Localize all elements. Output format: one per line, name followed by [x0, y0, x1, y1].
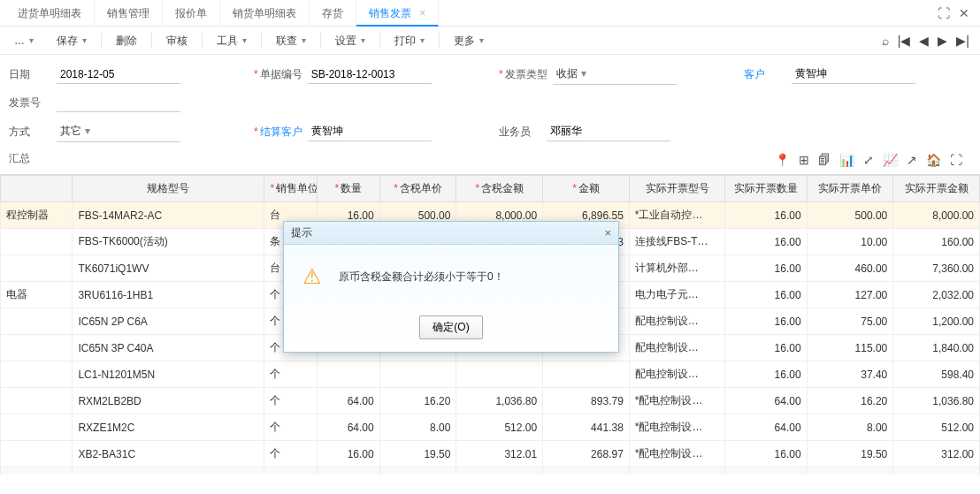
cell-aqty[interactable]: 16.00	[725, 282, 807, 308]
cell-spec[interactable]: IC65N 2P C6A	[73, 308, 264, 335]
invtype-select[interactable]: 收据	[553, 64, 677, 85]
cell-c0[interactable]: 电器	[1, 282, 73, 308]
ok-button[interactable]: 确定(O)	[419, 315, 482, 339]
cell-spec[interactable]: RXM2LB2BD	[73, 388, 264, 414]
col-spec[interactable]: 规格型号	[73, 176, 264, 202]
home-icon[interactable]: 🏠	[926, 153, 941, 167]
overflow-button[interactable]: …	[5, 27, 42, 55]
chart-icon[interactable]: 📈	[883, 153, 898, 167]
cell-model[interactable]: 配电控制设…	[629, 361, 725, 388]
cell-spec[interactable]: FBS-TK6000(活动)	[73, 229, 264, 255]
cell-model[interactable]: *配电控制设…	[629, 414, 725, 441]
nav-prev-icon[interactable]: ◀	[919, 34, 929, 48]
table-row[interactable]: RXM2LB2BD个64.0016.201,036.80893.79*配电控制设…	[1, 388, 980, 414]
cell-c0[interactable]	[1, 388, 73, 414]
col-first[interactable]	[1, 176, 73, 202]
cell-model[interactable]: 配电控制设…	[629, 335, 725, 361]
cell-model[interactable]: *工业自动控…	[629, 202, 725, 229]
table-row[interactable]: RXZE1M2C个64.008.00512.00441.38*配电控制设…64.…	[1, 414, 980, 441]
cell-c0[interactable]	[1, 255, 73, 282]
cell-unit[interactable]: 个	[264, 441, 318, 467]
cell-aamt[interactable]: 312.00	[893, 441, 980, 467]
cell-aqty[interactable]: 16.00	[725, 335, 807, 361]
col-unit[interactable]: 销售单位	[264, 176, 318, 202]
expand-icon[interactable]: ⤢	[863, 153, 874, 167]
tools-button[interactable]: 工具	[208, 27, 256, 55]
cell-spec[interactable]: XB2-BA31C	[73, 441, 264, 467]
cell-amount2[interactable]: 441.38	[543, 414, 630, 441]
cell-spec[interactable]: FBS-14MAR2-AC	[73, 202, 264, 229]
tab-purchase-detail[interactable]: 进货单明细表	[5, 0, 95, 27]
cell-aamt[interactable]: 160.00	[893, 229, 980, 255]
search-icon[interactable]: ⌕	[882, 34, 889, 48]
cell-qty[interactable]: 64.00	[318, 388, 380, 414]
cell-aqty[interactable]: 16.00	[725, 308, 807, 335]
cell-aqty[interactable]: 16.00	[725, 202, 807, 229]
table-row[interactable]: XB2-BA31C个16.0019.50312.01268.97*配电控制设…1…	[1, 441, 980, 467]
col-aqty[interactable]: 实际开票数量	[725, 176, 807, 202]
cell-spec[interactable]: 3RU6116-1HB1	[73, 282, 264, 308]
col-amount[interactable]: 含税金额	[456, 176, 543, 202]
more-button[interactable]: 更多	[445, 27, 493, 55]
cell-c0[interactable]	[1, 335, 73, 361]
cell-amount[interactable]: 312.01	[456, 441, 543, 467]
customer-input[interactable]	[792, 65, 915, 84]
nav-last-icon[interactable]: ▶|	[956, 34, 969, 48]
col-qty[interactable]: 数量	[318, 176, 380, 202]
cell-spec[interactable]: RXZE1M2C	[73, 414, 264, 441]
save-button[interactable]: 保存	[48, 27, 96, 55]
print-button[interactable]: 打印	[386, 27, 433, 55]
cell-c0[interactable]	[1, 441, 73, 467]
col-model[interactable]: 实际开票型号	[629, 176, 725, 202]
tab-sales-mgmt[interactable]: 销售管理	[95, 0, 163, 27]
close-icon[interactable]: ×	[419, 7, 425, 19]
tab-inventory[interactable]: 存货	[310, 0, 356, 27]
col-price[interactable]: 含税单价	[379, 176, 456, 202]
cell-spec[interactable]: LC1-N1201M5N	[73, 361, 264, 388]
cell-aprice[interactable]: 460.00	[807, 255, 893, 282]
cell-price[interactable]: 16.20	[379, 388, 456, 414]
stats-icon[interactable]: 📊	[839, 153, 854, 167]
restore-icon[interactable]: ⛶	[938, 6, 950, 20]
cell-model[interactable]: 电力电子元…	[629, 282, 725, 308]
cell-model[interactable]: *配电控制设…	[629, 441, 725, 467]
cell-c0[interactable]: 程控制器	[1, 202, 73, 229]
salesperson-input[interactable]	[547, 123, 670, 141]
cell-c0[interactable]	[1, 414, 73, 441]
col-aprice[interactable]: 实际开票单价	[807, 176, 893, 202]
invno-input[interactable]	[57, 94, 180, 112]
nav-first-icon[interactable]: |◀	[898, 34, 911, 48]
cell-qty[interactable]	[318, 361, 380, 388]
cell-qty[interactable]: 64.00	[318, 414, 380, 441]
pin-icon[interactable]: 📍	[775, 153, 790, 167]
cell-aprice[interactable]: 19.50	[807, 441, 893, 467]
cell-aqty[interactable]: 16.00	[725, 361, 807, 388]
copy-icon[interactable]: 🗐	[818, 153, 831, 167]
cell-aqty[interactable]: 16.00	[725, 229, 807, 255]
cell-c0[interactable]	[1, 308, 73, 335]
cell-aamt[interactable]: 1,840.00	[893, 335, 980, 361]
close-icon[interactable]: ×	[604, 226, 611, 239]
delete-button[interactable]: 删除	[107, 27, 146, 55]
cell-aamt[interactable]: 598.40	[893, 361, 980, 388]
cell-aamt[interactable]: 8,000.00	[893, 202, 980, 229]
cell-model[interactable]: *配电控制设…	[629, 388, 725, 414]
link-button[interactable]: 联查	[267, 27, 315, 55]
cell-model[interactable]: 连接线FBS-T…	[629, 229, 725, 255]
cell-aamt[interactable]: 1,200.00	[893, 308, 980, 335]
cell-unit[interactable]: 个	[264, 361, 318, 388]
cell-spec[interactable]: TK6071iQ1WV	[73, 255, 264, 282]
audit-button[interactable]: 审核	[157, 27, 196, 55]
tab-sales-detail[interactable]: 销货单明细表	[220, 0, 310, 27]
export-icon[interactable]: ↗	[907, 153, 917, 167]
add-row-icon[interactable]: ⊞	[799, 153, 809, 167]
cell-aamt[interactable]: 512.00	[893, 414, 980, 441]
cell-aprice[interactable]: 8.00	[807, 414, 893, 441]
cell-amount[interactable]: 512.00	[456, 414, 543, 441]
cell-aprice[interactable]: 10.00	[807, 229, 893, 255]
fullscreen-icon[interactable]: ⛶	[950, 153, 962, 167]
cell-aprice[interactable]: 75.00	[807, 308, 893, 335]
cell-price[interactable]	[379, 361, 456, 388]
cell-qty[interactable]: 16.00	[318, 441, 380, 467]
tab-sales-invoice[interactable]: 销售发票 ×	[356, 0, 439, 27]
